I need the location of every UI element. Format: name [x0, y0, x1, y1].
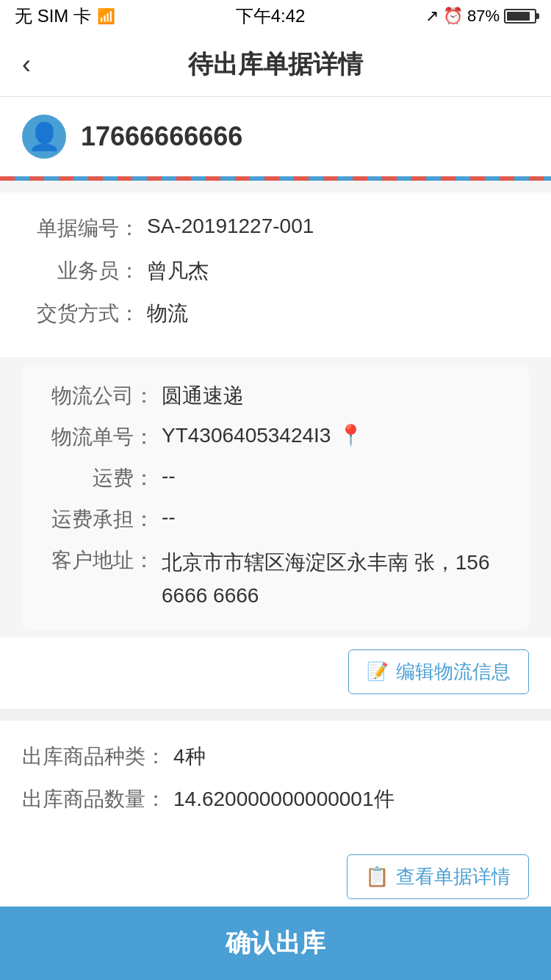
document-no-row: 单据编号： SA-20191227-001	[22, 215, 529, 242]
nav-bar: ‹ 待出库单据详情	[0, 32, 551, 97]
confirm-outbound-button[interactable]: 确认出库	[0, 907, 551, 980]
logistics-company-value: 圆通速递	[162, 382, 514, 410]
delivery-row: 交货方式： 物流	[22, 300, 529, 328]
document-no-label: 单据编号：	[22, 215, 140, 242]
freight-bear-label: 运费承担：	[37, 505, 154, 533]
logistics-company-row: 物流公司： 圆通速递	[37, 382, 514, 410]
location-icon: ↗	[425, 7, 439, 26]
carrier-label: 无 SIM 卡	[15, 4, 91, 28]
location-pin-icon[interactable]: 📍	[338, 423, 364, 447]
edit-icon: 📝	[367, 661, 389, 682]
battery-icon	[504, 9, 536, 24]
freight-row: 运费： --	[37, 464, 514, 492]
view-detail-button[interactable]: 📋 查看单据详情	[347, 854, 529, 899]
battery-fill	[507, 12, 530, 21]
back-button[interactable]: ‹	[22, 49, 31, 80]
address-label: 客户地址：	[37, 547, 154, 574]
goods-section: 出库商品种类： 4种 出库商品数量： 14.620000000000001件	[0, 721, 551, 843]
goods-quantity-row: 出库商品数量： 14.620000000000001件	[22, 785, 529, 813]
list-icon: 📋	[365, 865, 389, 888]
avatar: 👤	[22, 115, 66, 159]
salesman-label: 业务员：	[22, 257, 140, 285]
goods-types-row: 出库商品种类： 4种	[22, 743, 529, 771]
order-info-section: 单据编号： SA-20191227-001 业务员： 曾凡杰 交货方式： 物流	[0, 192, 551, 357]
address-row: 客户地址： 北京市市辖区海淀区永丰南 张，156 6666 6666	[37, 547, 514, 613]
status-right: ↗ ⏰ 87%	[425, 7, 536, 26]
status-bar: 无 SIM 卡 📶 下午4:42 ↗ ⏰ 87%	[0, 0, 551, 32]
wifi-icon: 📶	[97, 7, 115, 25]
edit-logistics-button[interactable]: 📝 编辑物流信息	[348, 649, 529, 694]
address-value: 北京市市辖区海淀区永丰南 张，156 6666 6666	[162, 547, 514, 613]
status-left: 无 SIM 卡 📶	[15, 4, 115, 28]
user-section: 👤 17666666666	[0, 97, 551, 176]
goods-quantity-label: 出库商品数量：	[22, 785, 166, 813]
status-time: 下午4:42	[236, 4, 306, 28]
freight-bear-value: --	[162, 505, 514, 529]
goods-quantity-value: 14.620000000000001件	[173, 785, 529, 813]
tracking-label: 物流单号：	[37, 423, 154, 451]
freight-value: --	[162, 464, 514, 488]
avatar-icon: 👤	[28, 121, 61, 152]
goods-types-value: 4种	[173, 743, 529, 771]
phone-number: 17666666666	[81, 121, 242, 152]
page-title: 待出库单据详情	[188, 48, 363, 82]
goods-types-label: 出库商品种类：	[22, 743, 166, 771]
salesman-row: 业务员： 曾凡杰	[22, 257, 529, 285]
tracking-row: 物流单号： YT43064053424I3 📍	[37, 423, 514, 451]
freight-bear-row: 运费承担： --	[37, 505, 514, 533]
salesman-value: 曾凡杰	[147, 257, 529, 285]
dashed-divider	[0, 176, 551, 181]
tracking-value: YT43064053424I3 📍	[162, 423, 514, 447]
logistics-card: 物流公司： 圆通速递 物流单号： YT43064053424I3 📍 运费： -…	[22, 364, 529, 630]
alarm-icon: ⏰	[443, 7, 463, 26]
document-no-value: SA-20191227-001	[147, 215, 529, 238]
delivery-value: 物流	[147, 300, 529, 328]
delivery-label: 交货方式：	[22, 300, 140, 328]
logistics-company-label: 物流公司：	[37, 382, 154, 410]
section-divider	[0, 709, 551, 721]
battery-percent: 87%	[467, 7, 500, 26]
freight-label: 运费：	[37, 464, 154, 492]
edit-btn-container: 📝 编辑物流信息	[0, 638, 551, 709]
